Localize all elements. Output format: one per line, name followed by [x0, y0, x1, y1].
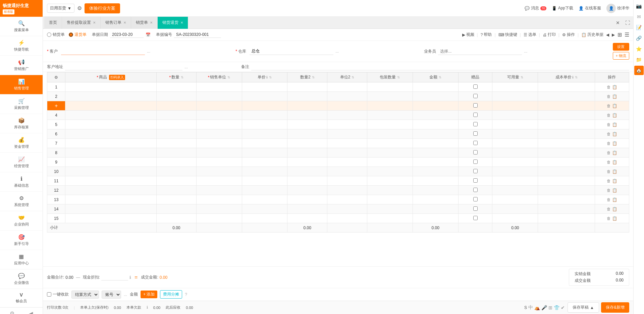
add-payment-button[interactable]: + 添加	[141, 291, 157, 298]
a9[interactable]	[413, 158, 458, 167]
tab-sales-return[interactable]: 销货退货 ✕	[158, 17, 188, 29]
unit-input-1[interactable]	[198, 85, 240, 89]
expense-split-button[interactable]: 费用分摊	[160, 290, 182, 299]
del8[interactable]: 🗑	[607, 150, 611, 155]
cpy13[interactable]: 📋	[612, 197, 617, 202]
cpy11[interactable]: 📋	[612, 179, 617, 183]
gift-cell-7[interactable]	[458, 139, 492, 148]
date-input[interactable]	[110, 32, 144, 38]
del6[interactable]: 🗑	[607, 132, 611, 136]
tab-sales-order[interactable]: 销售订单 ✕	[101, 17, 131, 29]
pr10[interactable]	[242, 167, 287, 176]
gift-checkbox-12[interactable]	[473, 188, 478, 192]
account-dots[interactable]: ...	[124, 292, 127, 297]
q26[interactable]	[287, 129, 327, 139]
gift-checkbox-3[interactable]	[473, 103, 478, 108]
a14[interactable]	[413, 204, 458, 214]
sidebar-collapse-icon[interactable]: ◀	[29, 310, 33, 314]
q4[interactable]	[156, 111, 196, 120]
gift-checkbox-7[interactable]	[473, 141, 478, 145]
pkg4[interactable]	[367, 111, 413, 120]
sidebar-item-wechat[interactable]: 💬 企业微信	[0, 269, 43, 289]
sidebar-item-basic-info[interactable]: ℹ 基础信息	[0, 172, 43, 192]
price-input-1[interactable]	[244, 85, 286, 89]
sidebar-item-app-center[interactable]: ▦ 应用中心	[0, 250, 43, 269]
a5[interactable]	[413, 120, 458, 129]
account-select[interactable]: 账号	[102, 291, 121, 299]
tab-sales-order-close[interactable]: ✕	[123, 21, 126, 24]
del14[interactable]: 🗑	[607, 207, 611, 211]
product-cell-3[interactable]	[65, 101, 157, 111]
message-center[interactable]: 💬 消息 70	[525, 5, 546, 11]
unit2-cell-1[interactable]	[327, 82, 367, 92]
bottom-icon-6[interactable]: ✔	[561, 305, 565, 310]
product-cell-1[interactable]	[65, 82, 157, 92]
q5[interactable]	[156, 120, 196, 129]
pr8[interactable]	[242, 148, 287, 158]
th-settings[interactable]: ⚙	[47, 72, 65, 82]
p15[interactable]	[65, 214, 157, 223]
gift-cell-1[interactable]	[458, 82, 492, 92]
sidebar-item-operations[interactable]: 📈 经营管理	[0, 153, 43, 172]
th-unit2-sort[interactable]: ⇅	[352, 75, 354, 79]
right-panel-btn-4[interactable]: 🔗	[634, 34, 644, 43]
sidebar-item-inventory[interactable]: 📦 库存核算	[0, 114, 43, 133]
q6[interactable]	[156, 129, 196, 139]
cpy15[interactable]: 📋	[612, 216, 617, 221]
q215[interactable]	[287, 214, 327, 223]
cpy6[interactable]: 📋	[612, 132, 617, 136]
unit2-input-1[interactable]	[329, 85, 366, 89]
debt-info-icon[interactable]: ℹ	[147, 305, 148, 310]
right-panel-btn-5[interactable]: ⭐	[634, 44, 644, 54]
gift-checkbox-9[interactable]	[473, 160, 478, 164]
u213[interactable]	[327, 195, 367, 204]
address-dots[interactable]: ...	[184, 65, 188, 69]
u6[interactable]	[196, 129, 242, 139]
tab-sales[interactable]: 销货单 ✕	[131, 17, 158, 29]
bottom-icon-4[interactable]: ⊞	[548, 305, 552, 310]
pkg6[interactable]	[367, 129, 413, 139]
cpy4[interactable]: 📋	[612, 113, 617, 118]
u7[interactable]	[196, 139, 242, 148]
pkg13[interactable]	[367, 195, 413, 204]
sidebar-item-system[interactable]: ⚙ 系统管理	[0, 192, 43, 211]
a12[interactable]	[413, 186, 458, 195]
u9[interactable]	[196, 158, 242, 167]
product-input-2[interactable]	[67, 94, 155, 99]
a15[interactable]	[413, 214, 458, 223]
u15[interactable]	[196, 214, 242, 223]
pkg-cell-1[interactable]	[367, 82, 413, 92]
gift-cell-8[interactable]	[458, 148, 492, 158]
sidebar-item-sales[interactable]: 📊 销售管理	[0, 75, 43, 95]
next-record[interactable]: ▶	[612, 33, 615, 37]
price-cell-1[interactable]	[242, 82, 287, 92]
amount-input-1[interactable]	[414, 85, 457, 89]
save-draft-button[interactable]: 保存草稿 ▲	[568, 302, 599, 313]
gift-cell-13[interactable]	[458, 195, 492, 204]
u211[interactable]	[327, 176, 367, 186]
delete-icon-1[interactable]: 🗑	[607, 85, 611, 89]
cpy5[interactable]: 📋	[612, 122, 617, 127]
q25[interactable]	[287, 120, 327, 129]
sidebar-item-quick-nav[interactable]: ⚡ 快捷导航	[0, 36, 43, 56]
radio-sale[interactable]: 销货单	[47, 32, 65, 38]
gift-checkbox-1[interactable]	[473, 84, 478, 89]
p5[interactable]	[65, 120, 157, 129]
unit-cell-1[interactable]	[196, 82, 242, 92]
a7[interactable]	[413, 139, 458, 148]
p12[interactable]	[65, 186, 157, 195]
p11[interactable]	[65, 176, 157, 186]
th-unit-sort[interactable]: ⇅	[227, 75, 230, 79]
pr12[interactable]	[242, 186, 287, 195]
u29[interactable]	[327, 158, 367, 167]
a4[interactable]	[413, 111, 458, 120]
radio-return[interactable]: 退货单	[69, 32, 87, 38]
pr9[interactable]	[242, 158, 287, 167]
pkg9[interactable]	[367, 158, 413, 167]
th-pkg-sort[interactable]: ⇅	[397, 75, 400, 79]
one-click-payment-checkbox[interactable]	[47, 292, 51, 297]
gift-cell-14[interactable]	[458, 204, 492, 214]
q212[interactable]	[287, 186, 327, 195]
pr15[interactable]	[242, 214, 287, 223]
p14[interactable]	[65, 204, 157, 214]
